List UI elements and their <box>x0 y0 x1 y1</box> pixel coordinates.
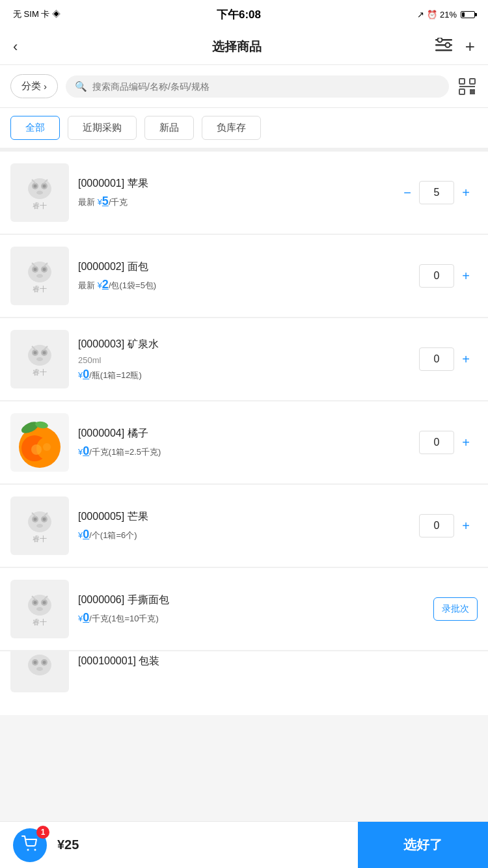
placeholder-logo: 睿十 <box>25 508 54 544</box>
location-icon: ↗ <box>417 10 424 20</box>
product-image-5: 睿十 <box>10 580 69 638</box>
category-button[interactable]: 分类 › <box>10 74 58 98</box>
tab-recent[interactable]: 近期采购 <box>68 116 137 140</box>
confirm-button[interactable]: 选好了 <box>358 822 488 869</box>
quantity-control: + <box>419 431 478 454</box>
product-image-0: 睿十 <box>10 163 69 222</box>
cart-total: ¥25 <box>57 837 79 852</box>
product-info: [0000005] 芒果 ¥0/个(1箱=6个) <box>78 510 410 541</box>
quantity-control: − + <box>396 181 478 204</box>
back-button[interactable]: ‹ <box>13 38 39 55</box>
product-info: [0000003] 矿泉水 250ml ¥0/瓶(1箱=12瓶) <box>78 338 410 381</box>
product-info: [0000004] 橘子 ¥0/千克(1箱=2.5千克) <box>78 427 410 458</box>
svg-point-50 <box>36 607 43 611</box>
product-name: [0000002] 面包 <box>78 260 410 274</box>
product-name: [0000004] 橘子 <box>78 427 410 441</box>
placeholder-logo: 睿十 <box>25 341 54 377</box>
product-price: ¥0/瓶(1箱=12瓶) <box>78 368 410 381</box>
cart-button[interactable]: 1 <box>13 828 47 862</box>
bottom-bar: 1 ¥25 选好了 <box>0 821 488 868</box>
quantity-input[interactable] <box>419 264 454 288</box>
product-name: [0000005] 芒果 <box>78 510 410 524</box>
product-info: [0000001] 苹果 最新 ¥5/千克 <box>78 177 386 208</box>
cart-section: 1 ¥25 <box>0 828 79 862</box>
product-info: [0000002] 面包 最新 ¥2/包(1袋=5包) <box>78 260 410 292</box>
svg-point-58 <box>34 848 36 850</box>
svg-point-16 <box>34 185 37 188</box>
status-right: ↗ ⏰ 21% <box>417 10 475 20</box>
increase-button[interactable]: + <box>454 264 478 288</box>
search-box: 🔍 <box>66 75 449 98</box>
filter-icon[interactable] <box>435 38 452 56</box>
logo-text: 睿十 <box>33 201 47 211</box>
category-chevron: › <box>44 81 47 92</box>
list-item: 睿十 [0000006] 手撕面包 ¥0/千克(1包=10千克) 录批次 <box>0 568 488 650</box>
cart-icon <box>21 835 38 855</box>
svg-point-44 <box>36 524 43 528</box>
decrease-button[interactable]: − <box>396 181 419 204</box>
product-price: 最新 ¥5/千克 <box>78 195 386 208</box>
increase-button[interactable]: + <box>454 181 478 204</box>
svg-point-51 <box>28 655 51 675</box>
quantity-control: + <box>419 264 478 288</box>
list-item: [0000004] 橘子 ¥0/千克(1箱=2.5千克) + <box>0 401 488 483</box>
status-time: 下午6:08 <box>217 7 261 22</box>
logo-text: 睿十 <box>33 284 47 294</box>
placeholder-logo: 睿十 <box>25 258 54 294</box>
cart-badge: 1 <box>36 826 49 839</box>
product-name: [0000001] 苹果 <box>78 177 386 191</box>
svg-rect-5 <box>459 79 465 84</box>
logo-text: 睿十 <box>33 534 47 544</box>
svg-point-30 <box>36 357 43 361</box>
tab-new[interactable]: 新品 <box>144 116 194 140</box>
search-input[interactable] <box>92 81 440 92</box>
product-price: ¥0/个(1箱=6个) <box>78 528 410 541</box>
logo-text: 睿十 <box>33 617 47 627</box>
svg-point-56 <box>36 667 43 671</box>
svg-rect-6 <box>470 79 475 84</box>
svg-point-48 <box>34 601 37 604</box>
svg-point-24 <box>36 274 43 278</box>
product-price: 最新 ¥2/包(1袋=5包) <box>78 278 410 292</box>
nav-right: + <box>435 36 475 57</box>
increase-button[interactable]: + <box>454 514 478 537</box>
list-item: 睿十 [0000003] 矿泉水 250ml ¥0/瓶(1箱=12瓶) + <box>0 318 488 400</box>
status-bar: 无 SIM 卡 ◈ 下午6:08 ↗ ⏰ 21% <box>0 0 488 29</box>
product-name: [0000006] 手撕面包 <box>78 593 424 607</box>
quantity-input[interactable] <box>419 431 454 454</box>
svg-rect-10 <box>472 92 475 94</box>
increase-button[interactable]: + <box>454 431 478 454</box>
svg-point-13 <box>28 178 51 199</box>
logo-text: 睿十 <box>33 368 47 377</box>
product-image-1: 睿十 <box>10 247 69 305</box>
svg-point-54 <box>34 661 37 664</box>
category-label: 分类 <box>21 80 41 92</box>
scan-icon[interactable] <box>457 76 478 97</box>
svg-point-38 <box>43 443 51 451</box>
increase-button[interactable]: + <box>454 347 478 371</box>
record-batch-button[interactable]: 录批次 <box>433 597 478 621</box>
product-image-4: 睿十 <box>10 496 69 555</box>
search-icon: 🔍 <box>75 81 87 92</box>
svg-rect-7 <box>459 89 465 94</box>
status-left: 无 SIM 卡 ◈ <box>13 8 61 20</box>
svg-point-39 <box>28 511 51 532</box>
svg-point-57 <box>27 848 29 850</box>
placeholder-logo: 睿十 <box>25 174 54 211</box>
svg-rect-11 <box>470 92 472 94</box>
product-image-2: 睿十 <box>10 330 69 388</box>
quantity-control: + <box>419 347 478 371</box>
add-icon[interactable]: + <box>465 36 475 57</box>
tab-negative-stock[interactable]: 负库存 <box>202 116 261 140</box>
product-info: [000100001] 包装 <box>78 655 478 672</box>
svg-point-19 <box>28 262 51 282</box>
svg-point-29 <box>43 351 46 355</box>
quantity-input[interactable] <box>419 181 454 204</box>
svg-point-37 <box>31 444 42 455</box>
svg-rect-2 <box>435 49 452 51</box>
page-title: 选择商品 <box>212 38 262 55</box>
quantity-input[interactable] <box>419 347 454 371</box>
quantity-input[interactable] <box>419 514 454 537</box>
svg-point-25 <box>28 345 51 366</box>
tab-all[interactable]: 全部 <box>10 116 60 140</box>
